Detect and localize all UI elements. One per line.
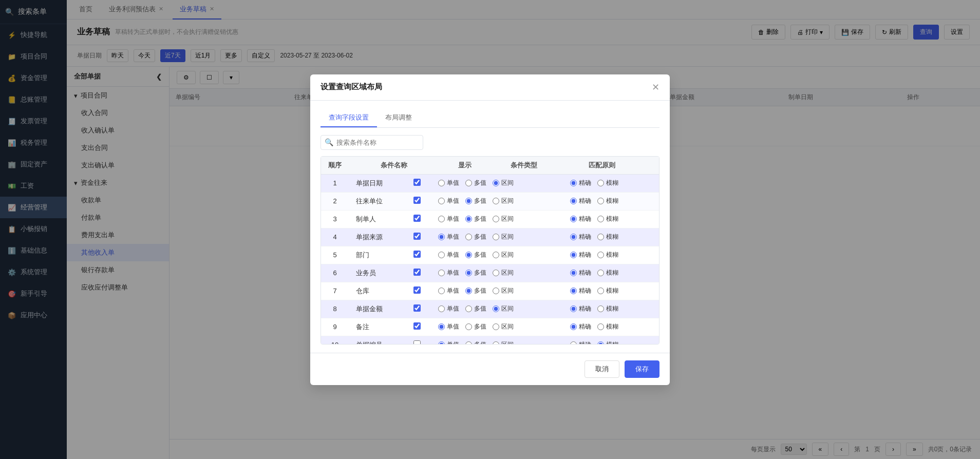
modal-search-icon: 🔍 xyxy=(325,138,333,146)
display-checkbox[interactable] xyxy=(413,340,421,344)
row-order: 10 xyxy=(321,336,349,344)
display-checkbox[interactable] xyxy=(413,179,421,186)
row-type[interactable]: 单值多值区间 xyxy=(431,210,563,228)
row-order: 6 xyxy=(321,264,349,282)
settings-table-container: 顺序 条件名称 显示 条件类型 匹配原则 xyxy=(321,156,659,345)
row-order: 8 xyxy=(321,300,349,318)
modal-search-input[interactable] xyxy=(321,135,423,150)
row-display[interactable] xyxy=(403,282,431,300)
modal-footer: 取消 保存 xyxy=(310,353,670,385)
display-checkbox[interactable] xyxy=(413,233,421,240)
cancel-button[interactable]: 取消 xyxy=(585,360,619,378)
row-order: 4 xyxy=(321,228,349,246)
modal-tabs: 查询字段设置 布局调整 xyxy=(321,109,659,128)
row-name: 仓库 xyxy=(349,282,403,300)
row-order: 7 xyxy=(321,282,349,300)
row-type[interactable]: 单值多值区间 xyxy=(431,228,563,246)
modal-tab-layout[interactable]: 布局调整 xyxy=(377,109,420,127)
row-display[interactable] xyxy=(403,318,431,336)
row-type[interactable]: 单值多值区间 xyxy=(431,282,563,300)
row-display[interactable] xyxy=(403,336,431,344)
row-display[interactable] xyxy=(403,264,431,282)
row-match[interactable]: 精确模糊 xyxy=(563,282,659,300)
settings-col-match: 匹配原则 xyxy=(581,157,659,175)
modal-overlay: 设置查询区域布局 ✕ 查询字段设置 布局调整 🔍 xyxy=(0,0,980,459)
row-display[interactable] xyxy=(403,210,431,228)
row-display[interactable] xyxy=(403,192,431,210)
display-checkbox[interactable] xyxy=(413,286,421,294)
row-type[interactable]: 单值多值区间 xyxy=(431,300,563,318)
row-order: 5 xyxy=(321,246,349,264)
row-order: 2 xyxy=(321,192,349,210)
display-checkbox[interactable] xyxy=(413,197,421,204)
row-name: 部门 xyxy=(349,246,403,264)
display-checkbox[interactable] xyxy=(413,215,421,222)
settings-col-order: 顺序 xyxy=(321,157,373,175)
row-name: 业务员 xyxy=(349,264,403,282)
row-match[interactable]: 精确模糊 xyxy=(563,228,659,246)
modal-tab-query-fields[interactable]: 查询字段设置 xyxy=(321,109,377,127)
row-type[interactable]: 单值多值区间 xyxy=(431,246,563,264)
settings-table: 顺序 条件名称 显示 条件类型 匹配原则 xyxy=(321,157,659,175)
modal-close-button[interactable]: ✕ xyxy=(652,82,659,93)
settings-col-type: 条件类型 xyxy=(503,157,581,175)
row-match[interactable]: 精确模糊 xyxy=(563,336,659,344)
row-type[interactable]: 单值多值区间 xyxy=(431,175,563,193)
modal-header: 设置查询区域布局 ✕ xyxy=(310,74,670,101)
row-name: 备注 xyxy=(349,318,403,336)
row-match[interactable]: 精确模糊 xyxy=(563,318,659,336)
display-checkbox[interactable] xyxy=(413,322,421,330)
modal-tab-layout-label: 布局调整 xyxy=(385,113,412,121)
row-match[interactable]: 精确模糊 xyxy=(563,210,659,228)
modal-save-button[interactable]: 保存 xyxy=(625,360,659,378)
modal-search-container: 🔍 xyxy=(321,135,659,150)
row-display[interactable] xyxy=(403,246,431,264)
row-name: 单据编号 xyxy=(349,336,403,344)
row-name: 往来单位 xyxy=(349,192,403,210)
modal: 设置查询区域布局 ✕ 查询字段设置 布局调整 🔍 xyxy=(310,74,670,385)
display-checkbox[interactable] xyxy=(413,269,421,276)
row-name: 单据金额 xyxy=(349,300,403,318)
modal-tab-query-label: 查询字段设置 xyxy=(329,113,369,121)
row-name: 制单人 xyxy=(349,210,403,228)
row-name: 单据日期 xyxy=(349,175,403,193)
row-match[interactable]: 精确模糊 xyxy=(563,264,659,282)
row-display[interactable] xyxy=(403,175,431,193)
row-order: 9 xyxy=(321,318,349,336)
row-type[interactable]: 单值多值区间 xyxy=(431,264,563,282)
row-display[interactable] xyxy=(403,300,431,318)
row-order: 3 xyxy=(321,210,349,228)
row-name: 单据来源 xyxy=(349,228,403,246)
row-display[interactable] xyxy=(403,228,431,246)
settings-scroll: 1单据日期单值多值区间精确模糊2往来单位单值多值区间精确模糊3制单人单值多值区间… xyxy=(321,175,659,344)
display-checkbox[interactable] xyxy=(413,304,421,312)
settings-col-display: 显示 xyxy=(451,157,503,175)
row-match[interactable]: 精确模糊 xyxy=(563,175,659,193)
display-checkbox[interactable] xyxy=(413,251,421,258)
row-match[interactable]: 精确模糊 xyxy=(563,192,659,210)
row-match[interactable]: 精确模糊 xyxy=(563,300,659,318)
settings-col-name: 条件名称 xyxy=(373,157,451,175)
modal-body: 查询字段设置 布局调整 🔍 顺序 xyxy=(310,101,670,353)
modal-title: 设置查询区域布局 xyxy=(321,82,382,92)
row-type[interactable]: 单值多值区间 xyxy=(431,192,563,210)
row-match[interactable]: 精确模糊 xyxy=(563,246,659,264)
settings-data-table: 1单据日期单值多值区间精确模糊2往来单位单值多值区间精确模糊3制单人单值多值区间… xyxy=(321,175,659,344)
row-order: 1 xyxy=(321,175,349,193)
row-type[interactable]: 单值多值区间 xyxy=(431,318,563,336)
row-type[interactable]: 单值多值区间 xyxy=(431,336,563,344)
